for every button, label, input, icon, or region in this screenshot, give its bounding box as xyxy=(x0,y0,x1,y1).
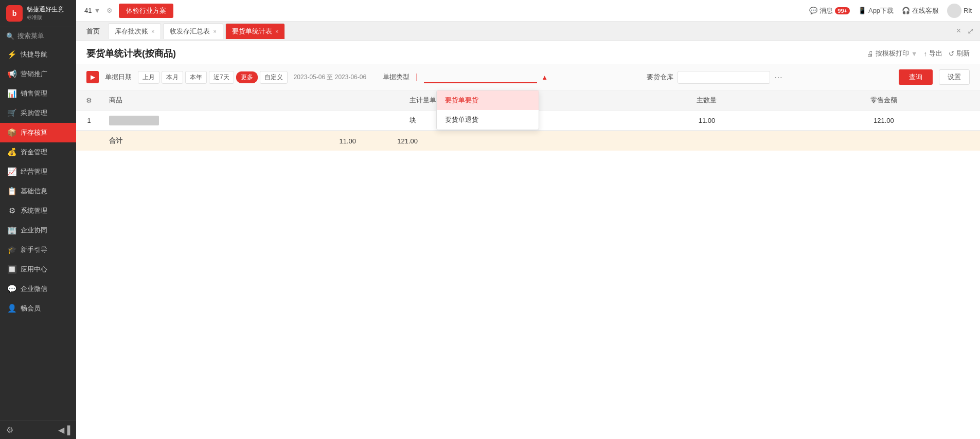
tab-close-icon[interactable]: × xyxy=(151,28,154,34)
warehouse-label: 要货仓库 xyxy=(647,72,673,82)
sidebar-item-wechat[interactable]: 💬 企业微信 xyxy=(0,279,76,299)
sidebar-item-label: 营销推广 xyxy=(21,69,47,79)
gear-icon[interactable]: ⚙ xyxy=(106,7,113,14)
sidebar-item-purchase[interactable]: 🛒 采购管理 xyxy=(0,103,76,123)
app-download-label: App下载 xyxy=(868,6,894,15)
warehouse-input[interactable] xyxy=(678,71,770,84)
dropdown-item-order-return[interactable]: 要货单退货 xyxy=(437,110,539,130)
sidebar-bottom: ⚙ ◀▐ xyxy=(0,420,76,439)
purchase-icon: 🛒 xyxy=(7,108,16,118)
user-avatar xyxy=(947,4,961,18)
col-product: 商品 xyxy=(102,90,402,111)
sidebar-item-label: 采购管理 xyxy=(21,108,47,118)
wechat-icon: 💬 xyxy=(7,284,16,294)
date-btn-custom[interactable]: 自定义 xyxy=(260,71,288,84)
date-buttons: 上月 本月 本年 近7天 更多 自定义 xyxy=(138,71,288,84)
footer-label: 合计 xyxy=(109,136,150,145)
sidebar-item-marketing[interactable]: 📢 营销推广 xyxy=(0,64,76,84)
tabbar: 首页 库存批次账 × 收发存汇总表 × 要货单统计表 × × ⤢ xyxy=(76,22,980,41)
sidebar-search[interactable]: 🔍 搜索菜单 xyxy=(0,27,76,45)
sidebar-item-enterprise[interactable]: 🏢 企业协同 xyxy=(0,221,76,240)
export-btn[interactable]: ↑ 导出 xyxy=(924,49,943,58)
messages-label: 消息 xyxy=(819,6,833,15)
sidebar-item-inventory[interactable]: 📦 库存核算 xyxy=(0,123,76,142)
sidebar-item-operations[interactable]: 📈 经营管理 xyxy=(0,162,76,181)
date-btn-this-year[interactable]: 本年 xyxy=(185,71,207,84)
date-btn-this-month[interactable]: 本月 xyxy=(162,71,183,84)
col-settings-icon[interactable]: ⚙ xyxy=(86,97,92,104)
sidebar-item-finance[interactable]: 💰 资金管理 xyxy=(0,142,76,162)
date-label: 单据日期 xyxy=(105,72,132,82)
page-header: 要货单统计表(按商品) 🖨 按模板打印 ▼ ↑ 导出 ↺ 刷新 xyxy=(76,41,980,64)
sidebar-item-label: 畅会员 xyxy=(21,304,41,313)
sidebar-item-label: 资金管理 xyxy=(21,148,47,157)
app-download-item[interactable]: 📱 App下载 xyxy=(858,6,894,15)
user-avatar-area[interactable]: Rit xyxy=(947,4,972,18)
page-title: 要货单统计表(按商品) xyxy=(86,47,176,60)
refresh-btn[interactable]: ↺ 刷新 xyxy=(949,49,970,58)
collapse-icon[interactable]: ◀▐ xyxy=(58,425,70,435)
apps-icon: 🔲 xyxy=(7,265,16,274)
phone-icon: 📱 xyxy=(858,7,866,14)
sidebar-item-label: 快捷导航 xyxy=(21,50,47,59)
search-icon: 🔍 xyxy=(6,32,14,40)
messages-item[interactable]: 💬 消息 99+ xyxy=(809,6,850,15)
type-input[interactable] xyxy=(424,71,537,83)
page-actions: 🖨 按模板打印 ▼ ↑ 导出 ↺ 刷新 xyxy=(867,49,970,58)
topbar-right: 💬 消息 99+ 📱 App下载 🎧 在线客服 Rit xyxy=(809,4,972,18)
tab-batch-account[interactable]: 库存批次账 × xyxy=(108,23,161,39)
tabbar-right: × ⤢ xyxy=(954,25,976,37)
store-name: 41 xyxy=(84,7,92,14)
refresh-icon: ↺ xyxy=(949,50,954,58)
query-button[interactable]: 查询 xyxy=(899,69,933,85)
sidebar-item-basic[interactable]: 📋 基础信息 xyxy=(0,181,76,201)
sidebar-item-sales[interactable]: 📊 销售管理 xyxy=(0,84,76,103)
sidebar-logo: b 畅捷通好生意 标准版 xyxy=(0,0,76,27)
footer-amount: 121.00 xyxy=(366,137,428,145)
sales-icon: 📊 xyxy=(7,89,16,98)
date-btn-last-month[interactable]: 上月 xyxy=(138,71,159,84)
tab-close-icon[interactable]: × xyxy=(213,28,216,34)
row-quantity: 11.00 xyxy=(626,111,787,131)
tab-order-stats[interactable]: 要货单统计表 × xyxy=(225,23,285,39)
tab-close-all-icon[interactable]: × xyxy=(954,25,963,37)
tab-expand-icon[interactable]: ⤢ xyxy=(965,25,976,37)
sidebar-item-system[interactable]: ⚙ 系统管理 xyxy=(0,201,76,221)
printer-icon: 🖨 xyxy=(867,50,874,58)
filter-toggle-btn[interactable]: ▶ xyxy=(86,71,99,83)
settings-bottom-icon[interactable]: ⚙ xyxy=(6,425,13,435)
marketing-icon: 📢 xyxy=(7,69,16,79)
trial-btn[interactable]: 体验行业方案 xyxy=(119,4,173,18)
finance-icon: 💰 xyxy=(7,148,16,157)
sidebar-item-member[interactable]: 👤 畅会员 xyxy=(0,299,76,318)
inventory-icon: 📦 xyxy=(7,128,16,137)
row-index: 1 xyxy=(76,111,102,131)
footer-quantity: 11.00 xyxy=(305,137,366,145)
tab-home[interactable]: 首页 xyxy=(80,24,106,39)
logo-text-block: 畅捷通好生意 标准版 xyxy=(27,6,64,21)
sidebar-item-label: 应用中心 xyxy=(21,265,47,274)
app-logo-icon: b xyxy=(6,5,23,22)
type-label: 单据类型 xyxy=(383,72,409,82)
sidebar-item-guide[interactable]: 🎓 新手引导 xyxy=(0,240,76,260)
type-divider: | xyxy=(416,72,418,82)
tab-label: 收发存汇总表 xyxy=(170,27,210,36)
online-service-item[interactable]: 🎧 在线客服 xyxy=(902,6,939,15)
sidebar-item-label: 企业微信 xyxy=(21,284,47,294)
sidebar-item-quick-nav[interactable]: ⚡ 快捷导航 xyxy=(0,45,76,64)
type-chevron-up-icon[interactable]: ▲ xyxy=(541,74,548,81)
settings-button[interactable]: 设置 xyxy=(939,69,970,85)
sidebar-item-apps[interactable]: 🔲 应用中心 xyxy=(0,260,76,279)
sidebar: b 畅捷通好生意 标准版 🔍 搜索菜单 ⚡ 快捷导航 📢 营销推广 📊 销售管理… xyxy=(0,0,76,439)
warehouse-more-icon[interactable]: ⋯ xyxy=(774,72,782,82)
date-btn-last-7days[interactable]: 近7天 xyxy=(209,71,234,84)
topbar: 41 ▼ ⚙ 体验行业方案 💬 消息 99+ 📱 App下载 🎧 在线客服 Ri… xyxy=(76,0,980,22)
tab-shipment-summary[interactable]: 收发存汇总表 × xyxy=(163,23,223,39)
tab-close-icon[interactable]: × xyxy=(275,28,278,34)
date-btn-more[interactable]: 更多 xyxy=(236,71,258,83)
store-selector[interactable]: 41 ▼ xyxy=(84,7,100,14)
dropdown-item-order-goods[interactable]: 要货单要货 xyxy=(437,90,539,110)
row-product: ████ xyxy=(102,111,402,131)
print-btn[interactable]: 🖨 按模板打印 ▼ xyxy=(867,49,918,58)
col-settings[interactable]: ⚙ xyxy=(76,90,102,111)
